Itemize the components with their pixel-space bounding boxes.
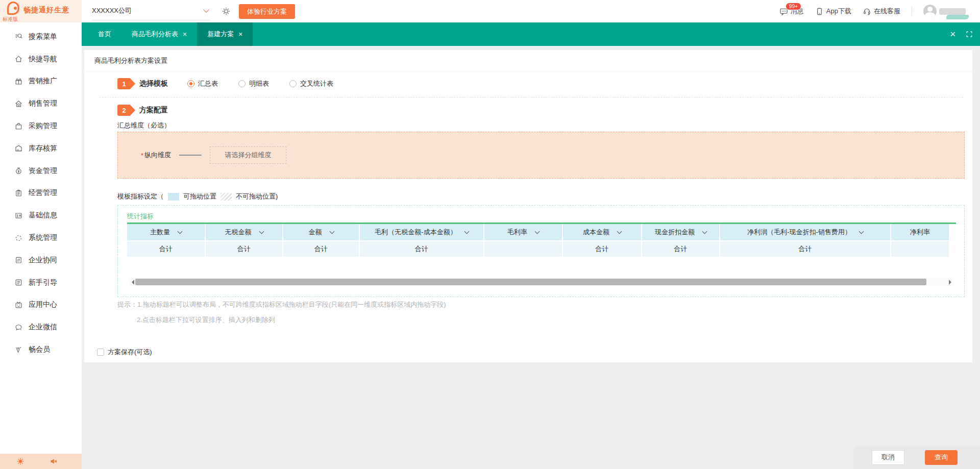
scroll-left-icon[interactable]: [129, 280, 134, 285]
horizontal-scrollbar[interactable]: [129, 278, 954, 286]
column-total-cell: 合计: [720, 241, 890, 257]
tab-新建方案[interactable]: 新建方案×: [197, 22, 253, 46]
radio-selected-icon: [187, 80, 194, 87]
query-button[interactable]: 查询: [925, 450, 958, 465]
sidebar-item-基础信息[interactable]: 基础信息: [0, 204, 82, 227]
sidebar-item-营销推广[interactable]: 营销推广: [0, 70, 82, 93]
support-item[interactable]: 在线客服: [863, 7, 900, 16]
tab-label: 商品毛利分析表: [132, 30, 178, 39]
chevron-down-icon: [178, 229, 183, 234]
app-window: 畅捷通好生意 标准版 XXXXXX公司 体验行业方案 消息 99+ App下载 …: [0, 0, 980, 469]
radio-icon: [238, 80, 246, 87]
cancel-button[interactable]: 取消: [872, 450, 904, 465]
sidebar-item-销售管理[interactable]: 销售管理: [0, 92, 82, 115]
column-total-cell: 合计: [563, 241, 641, 257]
dimension-drop-zone: * 纵向维度 请选择分组维度: [117, 132, 965, 179]
sidebar-item-label: 资金管理: [29, 166, 57, 176]
username-redacted: [939, 8, 966, 15]
hint-line-2: 2.点击标题栏下拉可设置排序、插入列和删除列: [137, 315, 275, 325]
total-label: 合计: [674, 244, 688, 254]
radio-交叉统计表[interactable]: 交叉统计表: [289, 79, 333, 88]
group-dimension-select[interactable]: 请选择分组维度: [210, 146, 286, 164]
tab-close-icon[interactable]: ×: [183, 31, 187, 38]
sidebar-item-经营管理[interactable]: 经营管理: [0, 182, 82, 205]
indicator-setting-label: 模板指标设定（: [117, 192, 164, 201]
footer-gear-icon[interactable]: [16, 457, 24, 465]
radio-icon: [289, 80, 297, 87]
column-header-主数量[interactable]: 主数量: [127, 224, 205, 240]
column-header-净利润（毛利-现金折扣-销售费用）[interactable]: 净利润（毛利-现金折扣-销售费用）: [720, 224, 890, 240]
checkbox-icon[interactable]: [97, 349, 104, 356]
column-label: 无税金额: [225, 228, 252, 237]
sidebar-item-畅会员[interactable]: 畅会员: [0, 338, 82, 361]
sidebar-item-搜索菜单[interactable]: 搜索菜单: [0, 26, 82, 48]
id-card-icon: [14, 211, 23, 220]
sidebar-item-企业微信[interactable]: 企业微信: [0, 316, 82, 338]
sidebar-item-库存核算[interactable]: 库存核算: [0, 137, 82, 160]
column-header-现金折扣金额[interactable]: 现金折扣金额: [642, 224, 719, 240]
fullscreen-icon[interactable]: [966, 31, 973, 38]
sidebar-item-企业协同[interactable]: 企业协同: [0, 249, 82, 271]
sidebar-item-系统管理[interactable]: 系统管理: [0, 227, 82, 249]
tab-list: 首页商品毛利分析表×新建方案×: [88, 22, 253, 46]
sidebar-item-label: 基础信息: [29, 211, 57, 220]
column-header-成本金额[interactable]: 成本金额: [563, 224, 641, 240]
top-right-toolbar: 消息 99+ App下载 在线客服: [779, 0, 966, 22]
page-title: 商品毛利分析表方案设置: [84, 50, 972, 71]
messages-item[interactable]: 消息 99+: [779, 7, 804, 16]
sidebar-item-采购管理[interactable]: 采购管理: [0, 115, 82, 137]
radio-label: 明细表: [249, 79, 269, 88]
bottom-action-panel: 取消 查询: [853, 446, 980, 469]
tab-bar-actions: ×: [950, 22, 973, 46]
sidebar-item-label: 系统管理: [29, 233, 57, 242]
sidebar-item-快捷导航[interactable]: 快捷导航: [0, 48, 82, 70]
sidebar-menu: 搜索菜单快捷导航营销推广销售管理采购管理库存核算资金管理经营管理基础信息系统管理…: [0, 22, 82, 361]
hint1-text: 1.拖动标题栏可以调整布局，不可跨维度或指标区域拖动栏目字段(只能在同一维度或指…: [137, 300, 446, 309]
scroll-right-icon[interactable]: [949, 280, 954, 285]
column-label: 主数量: [150, 228, 170, 237]
sidebar-item-label: 新手引导: [29, 278, 57, 287]
guide-icon: [14, 278, 23, 287]
column-header-毛利率[interactable]: 毛利率: [484, 224, 562, 240]
trial-plan-button[interactable]: 体验行业方案: [239, 4, 295, 19]
scrollbar-thumb[interactable]: [135, 279, 926, 285]
warehouse-icon: [14, 144, 23, 153]
sidebar-item-应用中心[interactable]: 应用中心: [0, 294, 82, 316]
save-scheme-option[interactable]: 方案保存(可选): [97, 348, 152, 357]
indicator-header-row: 主数量无税金额金额毛利（无税金额-成本金额）毛利率成本金额现金折扣金额净利润（毛…: [127, 224, 949, 240]
app-download-item[interactable]: App下载: [815, 7, 851, 16]
radio-label: 交叉统计表: [300, 79, 333, 88]
app-download-label: App下载: [826, 7, 851, 16]
radio-汇总表[interactable]: 汇总表: [187, 79, 218, 88]
close-icon[interactable]: ×: [950, 29, 955, 40]
total-label: 合计: [596, 244, 609, 254]
stat-indicators-title: 统计指标: [127, 212, 154, 221]
column-header-毛利（无税金额-成本金额）[interactable]: 毛利（无税金额-成本金额）: [360, 224, 483, 240]
tab-close-icon[interactable]: ×: [238, 31, 242, 38]
column-header-净利率[interactable]: 净利率: [891, 224, 949, 240]
announcement-speaker-icon[interactable]: [49, 457, 57, 465]
collab-icon: [14, 256, 23, 264]
company-selector[interactable]: XXXXXX公司: [92, 1, 210, 20]
vertical-dimension-label: 纵向维度: [144, 151, 171, 160]
avatar: [923, 5, 937, 18]
chevron-down-icon: [203, 7, 209, 12]
column-label: 金额: [309, 228, 322, 237]
sale-house-icon: [14, 100, 23, 108]
sidebar-item-新手引导[interactable]: 新手引导: [0, 271, 82, 294]
column-header-无税金额[interactable]: 无税金额: [206, 224, 282, 240]
tab-商品毛利分析表[interactable]: 商品毛利分析表×: [121, 22, 197, 46]
user-account[interactable]: [923, 5, 966, 18]
settings-gear-icon[interactable]: [222, 7, 231, 16]
brand-name: 畅捷通好生意: [23, 6, 69, 15]
total-label: 合计: [159, 244, 173, 254]
hint-prefix: 提示：: [117, 300, 137, 309]
step2-label: 方案配置: [139, 106, 168, 115]
column-header-金额[interactable]: 金额: [283, 224, 359, 240]
brand-logo-icon: [7, 2, 19, 15]
scheme-settings-panel: 商品毛利分析表方案设置 1 选择模板 汇总表明细表交叉统计表 2 方案配置 汇总…: [84, 50, 972, 362]
tab-首页[interactable]: 首页: [88, 22, 121, 46]
radio-明细表[interactable]: 明细表: [238, 79, 269, 88]
chevron-down-icon: [259, 229, 264, 234]
sidebar-item-资金管理[interactable]: 资金管理: [0, 160, 82, 182]
